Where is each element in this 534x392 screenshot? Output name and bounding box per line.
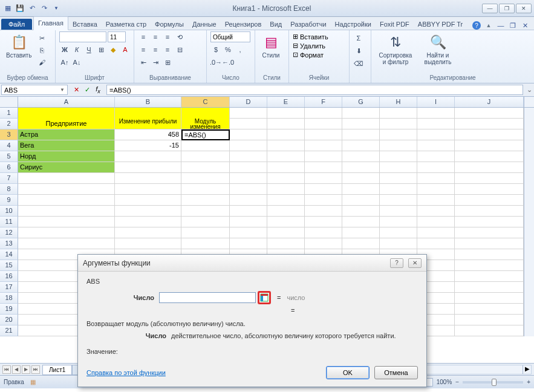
vscroll-up[interactable] — [524, 97, 534, 107]
row-head-5[interactable]: 5 — [0, 151, 18, 162]
row-head-15[interactable]: 15 — [0, 260, 18, 271]
doc-minimize-icon[interactable]: — — [497, 21, 505, 30]
row-head-2[interactable]: 2 — [0, 119, 18, 129]
find-select-button[interactable]: 🔍Найти и выделить — [418, 31, 457, 67]
arg-input[interactable] — [159, 292, 256, 303]
align-center-button[interactable]: ≡ — [150, 44, 161, 55]
macro-record-icon[interactable]: ▦ — [30, 379, 36, 385]
close-button[interactable]: ✕ — [516, 4, 532, 13]
inc-decimal-button[interactable]: .0→ — [210, 57, 221, 68]
col-head-H[interactable]: H — [380, 97, 417, 107]
col-head-A[interactable]: A — [18, 97, 115, 107]
indent-dec-button[interactable]: ⇤ — [138, 57, 149, 68]
name-box[interactable]: ABS▼ — [1, 85, 68, 95]
cell-A5[interactable]: Норд — [18, 151, 115, 162]
grow-font-button[interactable]: A↑ — [59, 57, 70, 68]
shrink-font-button[interactable]: A↓ — [71, 57, 82, 68]
dialog-close-button[interactable]: ✕ — [408, 258, 422, 268]
row-head-17[interactable]: 17 — [0, 282, 18, 293]
row-head-20[interactable]: 20 — [0, 315, 18, 325]
tab-review[interactable]: Рецензиров — [221, 19, 266, 30]
col-head-J[interactable]: J — [455, 97, 524, 107]
tab-foxit[interactable]: Foxit PDF — [376, 19, 414, 30]
dec-decimal-button[interactable]: ←.0 — [223, 57, 233, 68]
doc-close-icon[interactable]: ✕ — [521, 21, 529, 30]
align-right-button[interactable]: ≡ — [162, 44, 173, 55]
row-head-21[interactable]: 21 — [0, 325, 18, 336]
orientation-button[interactable]: ⟲ — [174, 31, 185, 42]
cell-B2[interactable]: Изменение прибыли — [115, 119, 181, 129]
tab-view[interactable]: Вид — [265, 19, 286, 30]
redo-icon[interactable]: ↷ — [39, 3, 50, 14]
col-head-G[interactable]: G — [342, 97, 380, 107]
col-head-C[interactable]: C — [181, 97, 230, 107]
autosum-button[interactable]: Σ — [353, 33, 364, 44]
styles-button[interactable]: ▤Стили — [259, 31, 283, 60]
cancel-button[interactable]: Отмена — [374, 366, 418, 379]
row-head-8[interactable]: 8 — [0, 184, 18, 195]
align-bot-button[interactable]: ≡ — [162, 31, 173, 42]
cut-icon[interactable]: ✂ — [36, 33, 47, 44]
sheet-nav-last[interactable]: ⏭ — [31, 365, 40, 374]
tab-formulas[interactable]: Формулы — [151, 19, 188, 30]
namebox-dropdown-icon[interactable]: ▼ — [60, 87, 65, 93]
percent-button[interactable]: % — [223, 44, 233, 55]
currency-button[interactable]: $ — [210, 44, 221, 55]
help-icon[interactable]: ? — [472, 21, 481, 30]
number-format-combo[interactable]: Общий — [210, 31, 250, 42]
cells-insert-button[interactable]: ⊞Вставить — [293, 33, 328, 41]
align-mid-button[interactable]: ≡ — [150, 31, 161, 42]
cell-C3[interactable]: =ABS() — [181, 129, 230, 140]
zoom-out-button[interactable]: − — [455, 379, 459, 385]
col-head-E[interactable]: E — [267, 97, 305, 107]
row-head-10[interactable]: 10 — [0, 206, 18, 217]
cells-format-button[interactable]: ⊡Формат — [293, 51, 324, 59]
sheet-nav-first[interactable]: ⏮ — [2, 365, 11, 374]
qat-dropdown-icon[interactable]: ▼ — [51, 3, 62, 14]
range-selector-button[interactable] — [258, 291, 271, 304]
zoom-slider[interactable] — [463, 381, 523, 384]
col-head-F[interactable]: F — [305, 97, 342, 107]
fx-icon[interactable]: fx — [93, 85, 103, 95]
row-head-13[interactable]: 13 — [0, 238, 18, 249]
underline-button[interactable]: Ч — [83, 44, 94, 55]
sheet-nav-next[interactable]: ▶ — [22, 365, 30, 374]
cell-A3[interactable]: Астра — [18, 129, 115, 140]
tab-home[interactable]: Главная — [33, 16, 68, 30]
cell-C2[interactable]: Модуль изменения — [181, 119, 230, 129]
sheet-tab-1[interactable]: Лист1 — [42, 365, 72, 375]
clear-button[interactable]: ⌫ — [353, 58, 364, 69]
row-head-9[interactable]: 9 — [0, 195, 18, 206]
row-head-6[interactable]: 6 — [0, 162, 18, 173]
cell-C1[interactable] — [181, 108, 230, 119]
row-head-12[interactable]: 12 — [0, 227, 18, 238]
undo-icon[interactable]: ↶ — [27, 3, 37, 14]
italic-button[interactable]: К — [71, 44, 82, 55]
fill-button[interactable]: ⬇ — [353, 45, 364, 56]
row-head-16[interactable]: 16 — [0, 271, 18, 282]
col-head-I[interactable]: I — [417, 97, 455, 107]
tab-developer[interactable]: Разработчи — [286, 19, 330, 30]
tab-addins[interactable]: Надстройки — [331, 19, 376, 30]
font-color-button[interactable]: A — [120, 44, 131, 55]
row-head-3[interactable]: 3 — [0, 129, 18, 140]
cell-A4[interactable]: Вега — [18, 140, 115, 151]
cell-C4[interactable] — [181, 140, 230, 151]
restore-button[interactable]: ❐ — [499, 4, 515, 13]
dialog-title-bar[interactable]: Аргументы функции ? ✕ — [78, 255, 426, 272]
row-head-7[interactable]: 7 — [0, 173, 18, 184]
comma-button[interactable]: , — [235, 44, 246, 55]
fontsize-combo[interactable]: 11 — [108, 31, 126, 42]
copy-icon[interactable]: ⎘ — [36, 45, 47, 56]
expand-formula-icon[interactable]: ⌄ — [524, 83, 534, 96]
row-head-11[interactable]: 11 — [0, 217, 18, 227]
cell-B4[interactable]: -15 — [115, 140, 181, 151]
cell-A2[interactable]: Предприятие — [18, 119, 115, 129]
align-left-button[interactable]: ≡ — [138, 44, 149, 55]
cells-delete-button[interactable]: ⊟Удалить — [293, 42, 325, 50]
tab-insert[interactable]: Вставка — [68, 19, 102, 30]
zoom-level[interactable]: 100% — [437, 379, 452, 385]
format-painter-icon[interactable]: 🖌 — [36, 57, 47, 68]
indent-inc-button[interactable]: ⇥ — [150, 57, 161, 68]
row-head-14[interactable]: 14 — [0, 249, 18, 260]
